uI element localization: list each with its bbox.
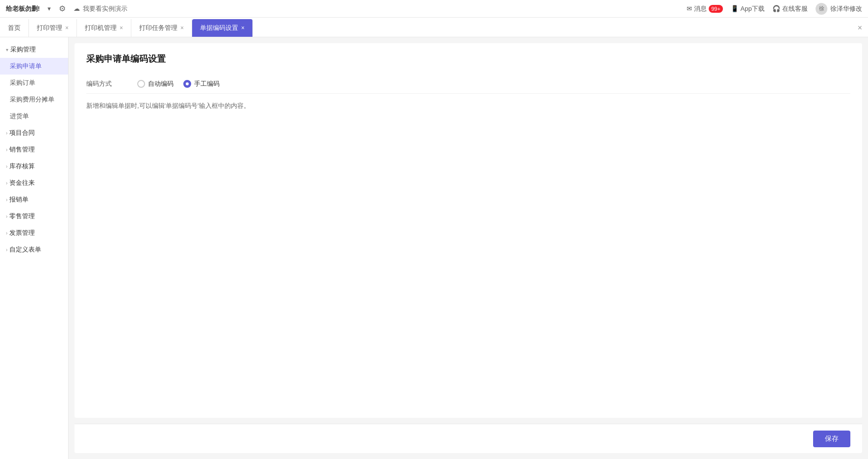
sidebar-group-label-returns: 报销单 (9, 195, 28, 204)
content-area: 采购申请单编码设置 编码方式 自动编码 手工编码 新增和编辑单据时,可以编辑'单… (69, 37, 868, 459)
main-layout: ▾采购管理采购申请单采购订单采购费用分摊单进货单›项目合同›销售管理›库存核算›… (0, 37, 868, 459)
tab-label-print-task-mgmt: 打印任务管理 (139, 24, 177, 32)
top-bar-left: 给老板勿删! ▾ ⚙ ☁ 我要看实例演示 (6, 4, 127, 13)
example-label: 我要看实例演示 (83, 4, 127, 13)
tab-doc-code-setting[interactable]: 单据编码设置× (192, 19, 253, 37)
chevron-icon-custom-forms: › (6, 247, 7, 253)
chevron-icon-invoice-mgmt: › (6, 230, 7, 236)
coding-mode-label: 编码方式 (86, 79, 125, 88)
settings-icon[interactable]: ⚙ (59, 4, 66, 13)
sidebar-group-header-project-contract[interactable]: ›项目合同 (0, 125, 68, 141)
message-badge: 99+ (709, 5, 723, 13)
sidebar-item-purchase-request[interactable]: 采购申请单 (0, 58, 68, 75)
tab-printer-mgmt[interactable]: 打印机管理× (77, 19, 131, 37)
auto-code-label: 自动编码 (148, 79, 174, 88)
sidebar-group-label-fund-flow: 资金往来 (9, 178, 35, 187)
manual-code-option[interactable]: 手工编码 (183, 79, 220, 88)
sidebar-group-header-invoice-mgmt[interactable]: ›发票管理 (0, 225, 68, 241)
sidebar-group-inventory: ›库存核算 (0, 158, 68, 175)
user-menu-button[interactable]: 徐 徐泽华修改 (816, 3, 862, 15)
auto-code-radio[interactable] (137, 80, 145, 88)
sidebar-group-invoice-mgmt: ›发票管理 (0, 225, 68, 241)
sidebar-item-inbound[interactable]: 进货单 (0, 108, 68, 125)
sidebar-group-label-sales-mgmt: 销售管理 (9, 145, 35, 154)
online-service-button[interactable]: 🎧 在线客服 (772, 4, 808, 13)
coding-mode-radio-group: 自动编码 手工编码 (137, 79, 220, 88)
sidebar-item-purchase-order[interactable]: 采购订单 (0, 75, 68, 91)
app-download-label: App下载 (741, 4, 765, 13)
sidebar-group-header-fund-flow[interactable]: ›资金往来 (0, 175, 68, 191)
chevron-icon-fund-flow: › (6, 180, 7, 186)
sidebar-group-header-purchase-mgmt[interactable]: ▾采购管理 (0, 41, 68, 58)
chevron-icon-inventory: › (6, 164, 7, 169)
sidebar-group-project-contract: ›项目合同 (0, 125, 68, 141)
tab-home[interactable]: 首页 (0, 19, 29, 37)
sidebar-group-label-retail-mgmt: 零售管理 (9, 212, 35, 221)
tab-label-print-mgmt: 打印管理 (37, 24, 62, 32)
tab-print-mgmt[interactable]: 打印管理× (29, 19, 77, 37)
chevron-icon-sales-mgmt: › (6, 147, 7, 153)
page-title: 采购申请单编码设置 (86, 53, 850, 65)
bottom-bar: 保存 (74, 424, 862, 453)
content-inner: 采购申请单编码设置 编码方式 自动编码 手工编码 新增和编辑单据时,可以编辑'单… (74, 43, 862, 418)
cloud-icon: ☁ (74, 5, 80, 12)
app-download-button[interactable]: 📱 App下载 (731, 4, 765, 13)
sidebar-group-sales-mgmt: ›销售管理 (0, 141, 68, 158)
sidebar-group-retail-mgmt: ›零售管理 (0, 208, 68, 225)
sidebar-group-purchase-mgmt: ▾采购管理采购申请单采购订单采购费用分摊单进货单 (0, 41, 68, 125)
sidebar-group-returns: ›报销单 (0, 191, 68, 208)
auto-code-option[interactable]: 自动编码 (137, 79, 174, 88)
sidebar-group-header-custom-forms[interactable]: ›自定义表单 (0, 241, 68, 258)
sidebar-group-label-inventory: 库存核算 (9, 162, 35, 171)
top-bar-right: ✉ 消息 99+ 📱 App下载 🎧 在线客服 徐 徐泽华修改 (687, 3, 862, 15)
chevron-icon-returns: › (6, 197, 7, 203)
sidebar-item-purchase-expense[interactable]: 采购费用分摊单 (0, 91, 68, 108)
coding-mode-row: 编码方式 自动编码 手工编码 (86, 75, 850, 94)
sidebar-group-header-inventory[interactable]: ›库存核算 (0, 158, 68, 175)
dropdown-button[interactable]: ▾ (48, 5, 51, 12)
tab-label-home: 首页 (8, 24, 21, 32)
tab-label-doc-code-setting: 单据编码设置 (200, 24, 238, 32)
tab-close-doc-code-setting[interactable]: × (241, 25, 245, 31)
sidebar-group-header-retail-mgmt[interactable]: ›零售管理 (0, 208, 68, 225)
sidebar-group-header-returns[interactable]: ›报销单 (0, 191, 68, 208)
manual-code-radio[interactable] (183, 80, 191, 88)
tab-bar-global-close[interactable]: × (852, 19, 868, 37)
sidebar: ▾采购管理采购申请单采购订单采购费用分摊单进货单›项目合同›销售管理›库存核算›… (0, 37, 69, 459)
chevron-icon-retail-mgmt: › (6, 214, 7, 219)
example-button[interactable]: ☁ 我要看实例演示 (74, 4, 127, 13)
tab-bar: 首页打印管理×打印机管理×打印任务管理×单据编码设置×× (0, 18, 868, 37)
top-bar: 给老板勿删! ▾ ⚙ ☁ 我要看实例演示 ✉ 消息 99+ 📱 App下载 🎧 … (0, 0, 868, 18)
tab-close-printer-mgmt[interactable]: × (120, 25, 123, 31)
tab-close-print-mgmt[interactable]: × (65, 25, 69, 31)
manual-code-label: 手工编码 (194, 79, 220, 88)
chevron-icon-project-contract: › (6, 130, 7, 136)
chevron-icon-purchase-mgmt: ▾ (6, 47, 8, 52)
sidebar-group-label-purchase-mgmt: 采购管理 (10, 45, 36, 54)
sidebar-group-label-invoice-mgmt: 发票管理 (9, 229, 35, 237)
headset-icon: 🎧 (772, 5, 780, 12)
avatar: 徐 (816, 3, 827, 15)
tab-close-print-task-mgmt[interactable]: × (180, 25, 184, 31)
description-text: 新增和编辑单据时,可以编辑'单据编码号'输入框中的内容。 (86, 102, 850, 110)
app-icon: 📱 (731, 5, 739, 12)
sidebar-group-fund-flow: ›资金往来 (0, 175, 68, 191)
message-label: 消息 (694, 4, 707, 13)
online-service-label: 在线客服 (782, 4, 808, 13)
tab-print-task-mgmt[interactable]: 打印任务管理× (131, 19, 192, 37)
save-button[interactable]: 保存 (813, 431, 850, 447)
message-button[interactable]: ✉ 消息 99+ (687, 4, 723, 13)
sidebar-group-custom-forms: ›自定义表单 (0, 241, 68, 258)
sidebar-group-header-sales-mgmt[interactable]: ›销售管理 (0, 141, 68, 158)
dropdown-icon: ▾ (48, 5, 51, 12)
tab-label-printer-mgmt: 打印机管理 (85, 24, 117, 32)
brand-label: 给老板勿删! (6, 4, 40, 13)
message-icon: ✉ (687, 5, 692, 12)
sidebar-group-label-custom-forms: 自定义表单 (9, 245, 41, 254)
sidebar-group-label-project-contract: 项目合同 (9, 128, 35, 137)
user-name-label: 徐泽华修改 (830, 4, 862, 13)
